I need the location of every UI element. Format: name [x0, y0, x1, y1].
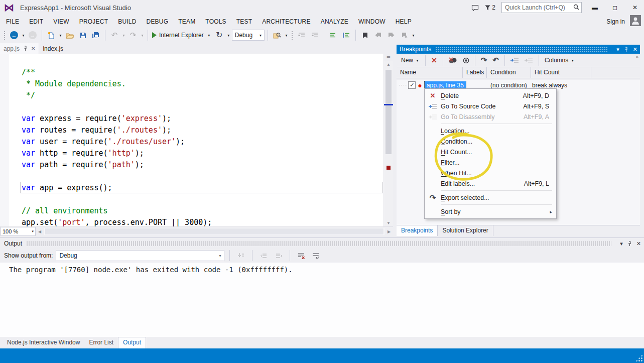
delete-breakpoint-button[interactable]: ✕ [429, 55, 439, 66]
uncomment-button[interactable] [340, 30, 352, 41]
menu-build[interactable]: BUILD [113, 16, 141, 28]
toolbar-grip[interactable] [291, 31, 293, 40]
pin-icon[interactable] [624, 47, 628, 52]
column-header-name[interactable]: Name [397, 67, 463, 78]
disable-all-breakpoints-button[interactable] [461, 55, 471, 66]
menu-file[interactable]: FILE [1, 16, 24, 28]
context-menu-item-go-to-disassembly[interactable]: Go To DisassemblyAlt+F9, A [425, 111, 556, 122]
code-line[interactable] [0, 171, 384, 182]
scroll-right-arrow[interactable]: ▶ [385, 229, 393, 234]
menu-help[interactable]: HELP [391, 16, 417, 28]
navigate-forward-button[interactable]: → [27, 30, 39, 41]
toolbar-grip[interactable] [4, 31, 6, 40]
document-tab-index-js[interactable]: index.js [39, 43, 67, 54]
menu-analyze[interactable]: ANALYZE [316, 16, 353, 28]
menu-window[interactable]: WINDOW [353, 16, 391, 28]
navigate-backward-button[interactable]: ← [8, 30, 20, 41]
scroll-left-arrow[interactable]: ◀ [36, 229, 44, 234]
redo-button[interactable]: ↷ [127, 30, 139, 41]
columns-button[interactable]: Columns ▾ [543, 55, 577, 66]
close-button[interactable]: ✕ [628, 4, 642, 11]
comment-out-button[interactable] [327, 30, 339, 41]
code-area[interactable]: /** * Module dependencies. */ var expres… [0, 67, 384, 227]
next-bookmark-button[interactable] [385, 30, 397, 41]
code-line[interactable]: var http = require('http'); [0, 148, 384, 159]
panel-tab-breakpoints[interactable]: Breakpoints [397, 225, 438, 236]
panel-tab-solution-explorer[interactable]: Solution Explorer [438, 225, 493, 236]
start-debugging-button[interactable]: Internet Explorer ▾ [151, 30, 212, 41]
code-line[interactable]: */ [0, 90, 384, 101]
horizontal-scrollbar[interactable] [44, 228, 384, 235]
context-menu-item-delete[interactable]: ✕DeleteAlt+F9, D [425, 90, 556, 101]
avatar[interactable] [630, 15, 641, 28]
new-breakpoint-button[interactable]: New ▾ [399, 55, 422, 66]
scroll-down-arrow[interactable]: ▼ [384, 220, 393, 227]
navigate-backward-dropdown[interactable]: ▾ [21, 33, 26, 38]
menu-team[interactable]: TEAM [173, 16, 200, 28]
window-tab-output[interactable]: Output [118, 337, 146, 348]
go-to-source-button[interactable] [508, 55, 521, 66]
menu-debug[interactable]: DEBUG [142, 16, 174, 28]
menu-tools[interactable]: TOOLS [200, 16, 231, 28]
context-menu-item-filter[interactable]: Filter... [425, 157, 556, 168]
menu-test[interactable]: TEST [231, 16, 257, 28]
minimize-button[interactable]: ▬ [588, 4, 602, 11]
context-menu-item-sort-by[interactable]: Sort by▸ [425, 206, 556, 217]
clear-all-button[interactable] [295, 250, 307, 261]
code-line[interactable] [0, 101, 384, 113]
column-header-labels[interactable]: Labels [463, 67, 487, 78]
menu-view[interactable]: VIEW [48, 16, 74, 28]
refresh-dropdown[interactable]: ▾ [226, 33, 231, 38]
code-line[interactable]: var app = express(); [0, 182, 384, 194]
code-line[interactable] [0, 194, 384, 205]
undo-dropdown[interactable]: ▾ [121, 33, 126, 38]
previous-bookmark-button[interactable] [372, 30, 384, 41]
maximize-button[interactable]: ◻ [608, 4, 622, 11]
redo-dropdown[interactable]: ▾ [140, 33, 145, 38]
window-tab-node-js-interactive-window[interactable]: Node.js Interactive Window [3, 337, 84, 348]
browser-target-dropdown[interactable]: ▾ [207, 33, 211, 38]
close-icon[interactable]: ✕ [636, 240, 641, 247]
code-line[interactable]: * Module dependencies. [0, 78, 384, 90]
window-tab-error-list[interactable]: Error List [84, 337, 118, 348]
context-menu-item-export-selected[interactable]: ↷Export selected... [425, 192, 556, 203]
close-icon[interactable]: ✕ [633, 46, 637, 53]
column-header-condition[interactable]: Condition [487, 67, 531, 78]
output-log[interactable]: The program '[7760] node.exe' has exited… [0, 263, 644, 337]
resize-grip[interactable] [635, 354, 642, 361]
breakpoint-enabled-checkbox[interactable]: ✓ [408, 81, 416, 89]
word-wrap-button[interactable] [310, 250, 322, 261]
quick-launch-input[interactable]: Quick Launch (Ctrl+Q) [501, 2, 582, 13]
code-line[interactable]: var path = require('path'); [0, 159, 384, 171]
save-button[interactable] [77, 30, 89, 41]
context-menu-item-edit-labels[interactable]: Edit labels...Alt+F9, L [425, 178, 556, 189]
new-file-dropdown[interactable]: ▾ [58, 33, 63, 38]
previous-message-button[interactable] [257, 250, 270, 261]
code-line[interactable]: var express = require('express'); [0, 113, 384, 125]
save-all-button[interactable] [90, 30, 102, 41]
open-file-button[interactable] [64, 30, 76, 41]
split-window-handle[interactable]: ═ [384, 54, 393, 61]
toggle-bookmark-button[interactable] [359, 30, 371, 41]
go-to-disassembly-button[interactable] [523, 55, 535, 66]
solution-configuration-combo[interactable]: Debug ▾ [232, 30, 265, 41]
feedback-icon[interactable] [471, 5, 479, 11]
document-tab-app-js[interactable]: app.js✕ [0, 43, 39, 54]
menu-edit[interactable]: EDIT [24, 16, 48, 28]
scroll-up-arrow[interactable]: ▲ [384, 61, 393, 68]
clear-bookmarks-button[interactable] [398, 30, 410, 41]
find-options-dropdown[interactable]: ▾ [284, 33, 289, 38]
sign-in-link[interactable]: Sign in [606, 18, 625, 25]
column-header-hit-count[interactable]: Hit Count [531, 67, 591, 78]
context-menu-item-when-hit[interactable]: When Hit... [425, 168, 556, 178]
context-menu-item-hit-count[interactable]: Hit Count... [425, 147, 556, 157]
vertical-scrollbar[interactable]: ═ ▲ ▼ [383, 54, 393, 227]
pin-icon[interactable] [627, 241, 632, 247]
undo-button[interactable]: ↶ [108, 30, 120, 41]
code-line[interactable]: // all environments [0, 205, 384, 217]
notifications-flag-icon[interactable]: 2 [485, 4, 495, 11]
window-position-dropdown[interactable]: ▾ [616, 46, 619, 53]
code-line[interactable]: var user = require('./routes/user'); [0, 136, 384, 148]
delete-all-breakpoints-button[interactable] [447, 55, 459, 66]
toolbar-overflow-chevron[interactable]: » [635, 54, 638, 60]
